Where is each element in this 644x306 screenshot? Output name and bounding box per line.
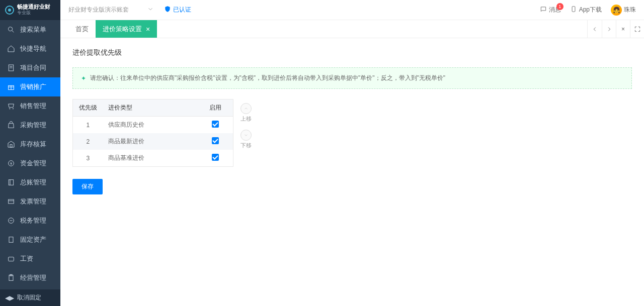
- sidebar-item-sales[interactable]: 销售管理: [0, 96, 60, 116]
- tax-icon: [7, 217, 15, 225]
- sidebar-item-invoice[interactable]: 发票管理: [0, 192, 60, 211]
- tab-controls: ×: [587, 20, 644, 38]
- user-avatar-icon: 👧: [611, 5, 622, 16]
- tab-label: 首页: [75, 25, 89, 34]
- sidebar-item-label: 税务管理: [20, 216, 46, 225]
- book-icon: [7, 178, 15, 186]
- sidebar-item-tax[interactable]: 税务管理: [0, 211, 60, 230]
- sidebar-item-purchase[interactable]: 采购管理: [0, 116, 60, 135]
- tab-prev-button[interactable]: [588, 20, 602, 38]
- account-name: 好业财专业版演示账套: [68, 6, 129, 14]
- brand-edition: 专业版: [17, 10, 50, 16]
- sidebar-item-label: 项目合同: [20, 63, 46, 72]
- messages-button[interactable]: 消息 1: [540, 6, 561, 14]
- tab-home[interactable]: 首页: [68, 20, 96, 38]
- brand-header: 畅捷通好业财 专业版: [0, 0, 60, 20]
- save-button[interactable]: 保存: [72, 179, 103, 194]
- table-row[interactable]: 3 商品基准进价: [73, 150, 233, 167]
- shield-icon: [164, 6, 171, 14]
- sidebar-item-search[interactable]: 搜索菜单: [0, 20, 60, 39]
- svg-rect-10: [10, 145, 12, 147]
- move-down-label: 下移: [240, 142, 252, 149]
- close-icon[interactable]: ×: [146, 25, 150, 33]
- svg-point-8: [10, 109, 10, 109]
- sidebar-item-label: 快捷导航: [20, 44, 46, 53]
- verified-label: 已认证: [173, 6, 191, 14]
- sidebar-item-marketing[interactable]: 营销推广: [0, 77, 60, 96]
- table-row[interactable]: 1 供应商历史价: [73, 117, 233, 134]
- cell-enable: [198, 133, 233, 150]
- sidebar-item-label: 库存核算: [20, 140, 46, 149]
- user-name: 珠珠: [624, 6, 636, 14]
- content-area: 进价提取优先级 ✦ 请您确认：往来单位中的供应商"采购报价含税"设置，为"含税"…: [60, 38, 644, 306]
- verified-badge[interactable]: 已认证: [164, 6, 191, 14]
- sidebar-item-management[interactable]: 经营管理: [0, 268, 60, 287]
- clipboard-icon: [7, 274, 15, 282]
- sidebar-item-ledger[interactable]: 总账管理: [0, 173, 60, 192]
- tab-price-strategy[interactable]: 进价策略设置 ×: [96, 20, 157, 38]
- message-icon: [540, 6, 547, 14]
- sidebar-item-salary[interactable]: 工资: [0, 249, 60, 268]
- move-up-button[interactable]: 上移: [240, 103, 252, 123]
- chevron-down-icon: [147, 6, 154, 14]
- move-controls: 上移 下移: [240, 99, 252, 149]
- receipt-icon: [7, 197, 15, 206]
- search-icon: [7, 26, 15, 34]
- user-menu[interactable]: 👧 珠珠: [611, 5, 636, 16]
- bag-icon: [7, 121, 15, 129]
- col-priority: 优先级: [73, 99, 103, 117]
- cell-priority: 3: [73, 150, 103, 167]
- cell-enable: [198, 117, 233, 134]
- cell-type: 商品最新进价: [103, 133, 198, 150]
- svg-rect-30: [572, 7, 575, 12]
- brand-name: 畅捷通好业财: [17, 4, 50, 10]
- sidebar-item-label: 销售管理: [20, 101, 46, 111]
- cell-enable: [198, 150, 233, 167]
- table-row[interactable]: 2 商品最新进价: [73, 133, 233, 150]
- tab-next-button[interactable]: [602, 20, 616, 38]
- priority-table: 优先级 进价类型 启用 1 供应商历史价 2 商品最新: [72, 99, 233, 167]
- brand-logo-icon: [5, 6, 14, 15]
- svg-text:¥: ¥: [10, 162, 12, 165]
- fullscreen-button[interactable]: [630, 20, 644, 38]
- cell-type: 商品基准进价: [103, 150, 198, 167]
- sidebar-item-label: 发票管理: [20, 197, 46, 206]
- sidebar-item-label: 采购管理: [20, 121, 46, 130]
- contract-icon: [7, 64, 15, 72]
- svg-rect-15: [9, 199, 14, 203]
- tab-close-all-button[interactable]: ×: [616, 20, 630, 38]
- gift-icon: [7, 83, 15, 91]
- sidebar-item-shortcut[interactable]: 快捷导航: [0, 39, 60, 58]
- svg-rect-19: [9, 237, 13, 243]
- svg-point-0: [9, 27, 13, 31]
- account-selector[interactable]: 好业财专业版演示账套: [68, 6, 154, 14]
- checkbox[interactable]: [212, 121, 219, 128]
- table-wrapper: 优先级 进价类型 启用 1 供应商历史价 2 商品最新: [72, 99, 632, 167]
- sidebar-pin-toggle[interactable]: ◀▶ 取消固定: [0, 289, 60, 306]
- tabbar: 首页 进价策略设置 × ×: [60, 20, 644, 38]
- sidebar-item-label: 工资: [20, 254, 33, 263]
- checkbox[interactable]: [212, 154, 219, 161]
- sidebar-item-label: 总账管理: [20, 178, 46, 187]
- move-down-button[interactable]: 下移: [240, 130, 252, 149]
- svg-line-1: [12, 31, 14, 32]
- sidebar-item-label: 资金管理: [20, 159, 46, 168]
- cell-priority: 2: [73, 133, 103, 150]
- sidebar-item-assets[interactable]: 固定资产: [0, 230, 60, 249]
- sidebar-item-funds[interactable]: ¥ 资金管理: [0, 154, 60, 173]
- sidebar-footer-label: 取消固定: [17, 293, 41, 302]
- sidebar-item-inventory[interactable]: 库存核算: [0, 135, 60, 154]
- col-enable: 启用: [198, 99, 233, 117]
- tab-label: 进价策略设置: [103, 25, 142, 34]
- sparkle-icon: ✦: [81, 75, 86, 82]
- checkbox[interactable]: [212, 137, 219, 144]
- move-up-label: 上移: [240, 115, 252, 123]
- sidebar: 畅捷通好业财 专业版 搜索菜单 快捷导航 项目合同 营销推广: [0, 0, 60, 306]
- sidebar-item-project[interactable]: 项目合同: [0, 58, 60, 77]
- svg-point-9: [13, 109, 13, 109]
- svg-rect-13: [9, 180, 13, 185]
- sidebar-item-label: 营销推广: [20, 82, 46, 91]
- cell-priority: 1: [73, 117, 103, 134]
- app-download-button[interactable]: App下载: [570, 6, 602, 14]
- sidebar-item-label: 经营管理: [20, 273, 46, 282]
